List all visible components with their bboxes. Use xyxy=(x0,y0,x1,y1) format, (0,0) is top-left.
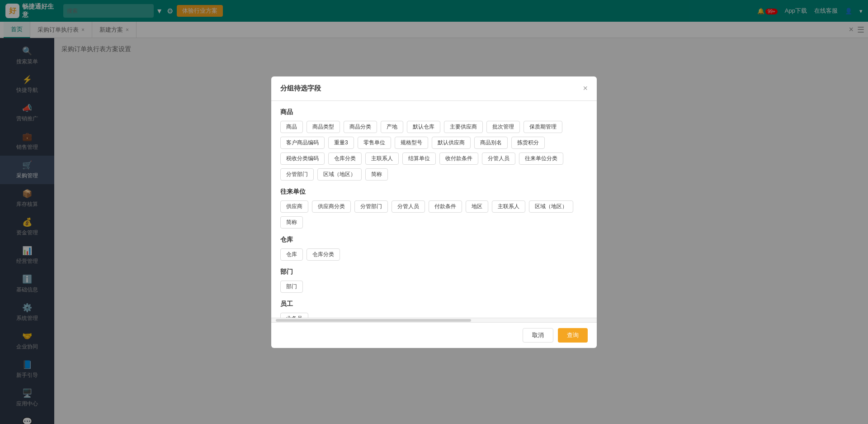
field-tag-1-2[interactable]: 分管部门 xyxy=(354,200,388,213)
field-tag-0-5[interactable]: 主要供应商 xyxy=(444,121,483,133)
field-tag-0-0[interactable]: 商品 xyxy=(280,121,303,133)
field-tag-0-2[interactable]: 商品分类 xyxy=(344,121,377,133)
field-tag-0-1[interactable]: 商品类型 xyxy=(307,121,340,133)
modal-hscroll-thumb xyxy=(276,319,471,322)
field-tag-0-24[interactable]: 简称 xyxy=(365,168,388,181)
field-tag-0-20[interactable]: 分管人员 xyxy=(482,152,515,165)
modal-footer: 取消 查询 xyxy=(271,322,597,348)
field-section-title-0: 商品 xyxy=(280,108,588,116)
field-section-1: 往来单位供应商供应商分类分管部门分管人员付款条件地区主联系人区域（地区）简称 xyxy=(280,188,588,229)
field-tag-0-18[interactable]: 结算单位 xyxy=(402,152,436,165)
field-tag-0-13[interactable]: 商品别名 xyxy=(474,137,508,149)
modal-group-fields: 分组待选字段 × 商品商品商品类型商品分类产地默认仓库主要供应商批次管理保质期管… xyxy=(271,76,597,348)
modal-body: 商品商品商品类型商品分类产地默认仓库主要供应商批次管理保质期管理客户商品编码重量… xyxy=(271,101,597,318)
field-section-4: 员工业务员 xyxy=(280,300,588,318)
field-section-title-1: 往来单位 xyxy=(280,188,588,196)
field-tag-0-14[interactable]: 拣货积分 xyxy=(511,137,545,149)
field-tags-3: 部门 xyxy=(280,281,588,293)
field-section-title-3: 部门 xyxy=(280,268,588,276)
field-section-title-4: 员工 xyxy=(280,300,588,308)
field-tag-0-21[interactable]: 往来单位分类 xyxy=(519,152,563,165)
field-tags-0: 商品商品类型商品分类产地默认仓库主要供应商批次管理保质期管理客户商品编码重量3零… xyxy=(280,121,588,181)
modal-hscroll[interactable] xyxy=(271,318,597,322)
field-tags-1: 供应商供应商分类分管部门分管人员付款条件地区主联系人区域（地区）简称 xyxy=(280,200,588,229)
modal-close-btn[interactable]: × xyxy=(583,84,588,93)
modal-header: 分组待选字段 × xyxy=(271,76,597,101)
field-tag-0-16[interactable]: 仓库分类 xyxy=(328,152,362,165)
field-tag-3-0[interactable]: 部门 xyxy=(280,281,303,293)
field-section-3: 部门部门 xyxy=(280,268,588,293)
field-tag-1-3[interactable]: 分管人员 xyxy=(392,200,425,213)
field-tag-2-0[interactable]: 仓库 xyxy=(280,248,303,261)
field-tag-0-12[interactable]: 默认供应商 xyxy=(432,137,471,149)
field-tag-0-23[interactable]: 区域（地区） xyxy=(317,168,362,181)
field-tag-0-3[interactable]: 产地 xyxy=(381,121,403,133)
field-section-0: 商品商品商品类型商品分类产地默认仓库主要供应商批次管理保质期管理客户商品编码重量… xyxy=(280,108,588,181)
field-tag-1-6[interactable]: 主联系人 xyxy=(492,200,525,213)
field-tag-0-8[interactable]: 客户商品编码 xyxy=(280,137,325,149)
modal-title: 分组待选字段 xyxy=(280,84,321,93)
field-tag-0-7[interactable]: 保质期管理 xyxy=(524,121,562,133)
field-tag-0-17[interactable]: 主联系人 xyxy=(365,152,399,165)
field-tag-4-0[interactable]: 业务员 xyxy=(280,313,308,318)
field-section-title-2: 仓库 xyxy=(280,236,588,244)
confirm-button[interactable]: 查询 xyxy=(558,328,588,343)
modal-overlay: 分组待选字段 × 商品商品商品类型商品分类产地默认仓库主要供应商批次管理保质期管… xyxy=(0,0,868,424)
field-tag-1-5[interactable]: 地区 xyxy=(466,200,488,213)
field-tag-1-0[interactable]: 供应商 xyxy=(280,200,308,213)
field-tag-0-4[interactable]: 默认仓库 xyxy=(407,121,440,133)
field-tags-4: 业务员 xyxy=(280,313,588,318)
field-tag-1-7[interactable]: 区域（地区） xyxy=(529,200,573,213)
field-tag-1-1[interactable]: 供应商分类 xyxy=(312,200,351,213)
field-tag-0-22[interactable]: 分管部门 xyxy=(280,168,314,181)
field-section-2: 仓库仓库仓库分类 xyxy=(280,236,588,261)
field-tag-0-9[interactable]: 重量3 xyxy=(328,137,354,149)
field-tag-0-11[interactable]: 规格型号 xyxy=(395,137,428,149)
field-tag-0-10[interactable]: 零售单位 xyxy=(358,137,391,149)
field-tag-0-15[interactable]: 税收分类编码 xyxy=(280,152,325,165)
field-tag-1-4[interactable]: 付款条件 xyxy=(429,200,462,213)
field-tag-0-19[interactable]: 收付款条件 xyxy=(439,152,478,165)
field-tag-0-6[interactable]: 批次管理 xyxy=(486,121,520,133)
field-tag-1-8[interactable]: 简称 xyxy=(280,216,303,229)
field-tags-2: 仓库仓库分类 xyxy=(280,248,588,261)
field-tag-2-1[interactable]: 仓库分类 xyxy=(307,248,340,261)
cancel-button[interactable]: 取消 xyxy=(523,328,553,343)
